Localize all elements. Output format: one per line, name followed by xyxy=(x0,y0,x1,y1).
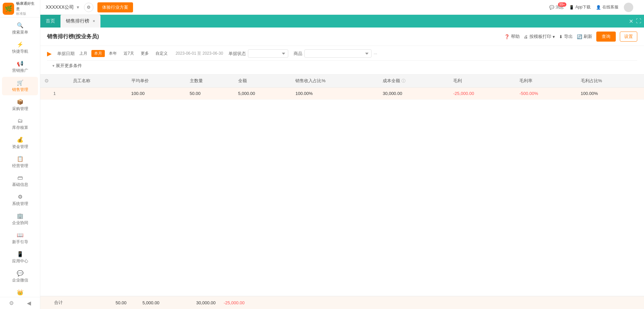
expand-down-icon: ▾ xyxy=(52,63,54,68)
gross-ratio-cell: 100.00% xyxy=(577,88,644,100)
online-service-btn[interactable]: 👤 在线客服 xyxy=(596,4,618,10)
col-main-qty: 主数量 xyxy=(186,74,234,88)
col-sales-ratio: 销售收入占比% xyxy=(291,74,379,88)
gross-margin-cell: -500.00% xyxy=(515,88,576,100)
print-btn[interactable]: 🖨 按模板打印 ▾ xyxy=(524,34,555,40)
date-filter-label: 单据日期 xyxy=(57,51,75,57)
settings-footer-btn[interactable]: ⚙ xyxy=(9,300,14,306)
message-btn[interactable]: 💬 消息 99+ xyxy=(549,4,564,10)
export-btn[interactable]: ⬇ 导出 xyxy=(559,34,573,40)
date-tab-last-month[interactable]: 上月 xyxy=(77,50,90,57)
topbar-settings-btn[interactable]: ⚙ xyxy=(84,3,93,12)
message-icon: 💬 xyxy=(549,5,554,10)
export-icon: ⬇ xyxy=(559,34,563,39)
query-btn[interactable]: 查询 xyxy=(596,32,616,42)
total-amount-cell: 5,000.00 xyxy=(234,88,292,100)
table-row: 1 100.00 50.00 5,000.00 100.00% 30,000.0… xyxy=(40,88,644,100)
goods-select[interactable] xyxy=(304,49,372,58)
topbar-right: 💬 消息 99+ 📱 App下载 👤 在线客服 xyxy=(549,3,639,12)
page-actions: ❓ 帮助 🖨 按模板打印 ▾ ⬇ 导出 🔄 刷新 查询 设置 xyxy=(504,32,637,42)
sidebar-label-enterprise: 企业协同 xyxy=(12,220,28,226)
sidebar-footer: ⚙ ◀ xyxy=(0,297,40,309)
sidebar-item-inventory[interactable]: 🗂库存核算 xyxy=(2,115,38,133)
avatar[interactable] xyxy=(624,3,633,12)
sidebar-item-finance[interactable]: 💰资金管理 xyxy=(2,134,38,152)
purchase-icon: 📦 xyxy=(17,99,24,105)
message-badge: 99+ xyxy=(558,2,566,7)
main-qty-cell: 50.00 xyxy=(186,88,234,100)
col-total-amount: 全额 xyxy=(234,74,292,88)
sidebar-item-search[interactable]: 🔍搜索菜单 xyxy=(2,19,38,38)
tab-close-icon[interactable]: × xyxy=(93,19,95,23)
col-employee: 员工名称 xyxy=(69,74,127,88)
help-btn[interactable]: ❓ 帮助 xyxy=(504,34,520,40)
service-label: 在线客服 xyxy=(602,4,618,10)
export-label: 导出 xyxy=(564,34,573,40)
date-tabs: 上月 本月 本年 近7天 更多 自定义 xyxy=(77,50,170,57)
gross-profit-cell: -25,000.00 xyxy=(449,88,515,100)
status-filter-label: 单据状态 xyxy=(228,51,246,57)
date-tab-this-year[interactable]: 本年 xyxy=(106,50,120,57)
system-icon: ⚙ xyxy=(18,194,23,200)
total-label: 合计 xyxy=(54,300,63,305)
collapse-btn[interactable]: ◀ xyxy=(27,300,31,306)
col-avg-price: 平均单价 xyxy=(127,74,186,88)
sidebar-item-quick-nav[interactable]: ⚡快捷导航 xyxy=(2,39,38,57)
column-settings-icon[interactable]: ⚙ xyxy=(44,78,49,84)
sidebar-item-purchase[interactable]: 📦采购管理 xyxy=(2,96,38,114)
col-gross-margin: 毛利率 xyxy=(515,74,576,88)
data-table-area: ⚙ 员工名称 平均单价 主数量 全额 销售收入占比% 成本全额 ⓘ 毛利 毛利率… xyxy=(40,74,644,296)
date-tab-this-month[interactable]: 本月 xyxy=(91,50,105,57)
footer-avg-price xyxy=(85,300,112,305)
inventory-icon: 🗂 xyxy=(17,118,23,124)
company-selector[interactable]: XXXXXX公司 ▼ xyxy=(46,4,80,10)
col-settings[interactable]: ⚙ xyxy=(40,74,69,88)
goods-filter-label: 商品 xyxy=(294,51,302,57)
date-tab-more[interactable]: 更多 xyxy=(138,50,152,57)
trial-button[interactable]: 体验行业方案 xyxy=(97,2,133,12)
setup-btn[interactable]: 设置 xyxy=(620,32,637,42)
status-filter: 单据状态 xyxy=(228,49,288,58)
refresh-btn[interactable]: 🔄 刷新 xyxy=(577,34,592,40)
goods-filter: 商品 ··· xyxy=(294,49,377,58)
tab-close-all-icon[interactable]: ✕ xyxy=(629,18,633,24)
refresh-label: 刷新 xyxy=(584,34,592,40)
tab-fullscreen-icon[interactable]: ⛶ xyxy=(636,18,641,24)
footer-total-label: 合计 xyxy=(44,300,85,306)
filter-expand-arrow[interactable]: ▶ xyxy=(47,50,52,57)
status-select[interactable] xyxy=(248,49,288,58)
filter-bar: ▶ 单据日期 上月 本月 本年 近7天 更多 自定义 2023-06-01 至 … xyxy=(40,46,644,74)
col-cost-total: 成本全额 ⓘ xyxy=(379,74,449,88)
sidebar-item-member[interactable]: 👑畅会员 xyxy=(2,287,38,297)
sidebar-item-enterprise[interactable]: 🏢企业协同 xyxy=(2,210,38,228)
sidebar-item-sales[interactable]: 🛒销售管理 xyxy=(2,77,38,95)
sidebar: 🌿 畅康通好生意 标准版 🔍搜索菜单⚡快捷导航📢营销推广🛒销售管理📦采购管理🗂库… xyxy=(0,0,40,309)
main-content: XXXXXX公司 ▼ ⚙ 体验行业方案 💬 消息 99+ 📱 App下载 👤 在… xyxy=(40,0,644,309)
sidebar-item-operations[interactable]: 📋经营管理 xyxy=(2,153,38,171)
footer-gross-profit: -25,000.00 xyxy=(220,300,249,305)
tab-home[interactable]: 首页 xyxy=(40,15,60,28)
footer-values: 50.00 5,000.00 30,000.00 -25,000.00 xyxy=(85,300,640,305)
page-header: 销售排行榜(按业务员) ❓ 帮助 🖨 按模板打印 ▾ ⬇ 导出 🔄 刷新 xyxy=(40,28,644,46)
sidebar-item-basic-info[interactable]: 🗃基础信息 xyxy=(2,172,38,190)
more-filters-icon[interactable]: ··· xyxy=(374,51,377,56)
sidebar-item-system[interactable]: ⚙系统管理 xyxy=(2,191,38,209)
date-tab-custom[interactable]: 自定义 xyxy=(153,50,170,57)
sidebar-item-marketing[interactable]: 📢营销推广 xyxy=(2,58,38,76)
sidebar-label-sales: 销售管理 xyxy=(12,87,28,93)
tab-sales-rank[interactable]: 销售排行榜 × xyxy=(60,15,100,28)
date-tab-7days[interactable]: 近7天 xyxy=(121,50,137,57)
col-gross-profit: 毛利 xyxy=(449,74,515,88)
sidebar-item-guide[interactable]: 📖新手引导 xyxy=(2,229,38,248)
help-label: 帮助 xyxy=(511,34,520,40)
sidebar-item-wechat[interactable]: 💬企业微信 xyxy=(2,267,38,286)
sidebar-label-basic-info: 基础信息 xyxy=(12,182,28,188)
home-tab-label: 首页 xyxy=(46,18,55,24)
expand-conditions-btn[interactable]: ▾ 展开更多条件 xyxy=(47,60,637,71)
footer-cost-total: 30,000.00 xyxy=(192,300,220,305)
footer-sales-ratio xyxy=(165,300,192,305)
col-gross-ratio: 毛利占比% xyxy=(577,74,644,88)
app-download-btn[interactable]: 📱 App下载 xyxy=(569,4,591,10)
sidebar-item-app-center[interactable]: 📱应用中心 xyxy=(2,248,38,267)
date-range-display: 2023-06-01 至 2023-06-30 xyxy=(176,51,223,56)
